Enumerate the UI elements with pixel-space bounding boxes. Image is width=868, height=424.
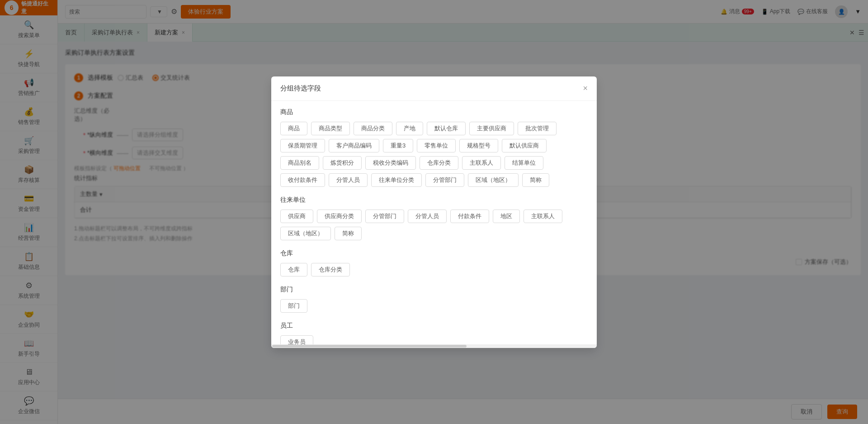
field-group-title-1: 往来单位 xyxy=(280,196,588,204)
field-tag-0-11[interactable]: 规格型号 xyxy=(459,139,498,152)
field-tag-0-0[interactable]: 商品 xyxy=(280,122,307,135)
field-tag-0-17[interactable]: 主联系人 xyxy=(462,156,501,170)
field-tag-1-1[interactable]: 供应商分类 xyxy=(317,210,362,223)
field-tag-2-0[interactable]: 仓库 xyxy=(280,263,307,276)
modal-horizontal-scrollbar[interactable] xyxy=(271,344,597,348)
field-group-3: 部门部门 xyxy=(280,286,588,313)
field-tag-4-0[interactable]: 业务员 xyxy=(280,335,313,344)
field-tag-0-7[interactable]: 保质期管理 xyxy=(280,139,325,152)
field-tag-0-19[interactable]: 收付款条件 xyxy=(280,173,325,187)
field-tag-1-5[interactable]: 地区 xyxy=(493,210,520,223)
field-tag-0-20[interactable]: 分管人员 xyxy=(329,173,368,187)
field-group-1: 往来单位供应商供应商分类分管部门分管人员付款条件地区主联系人区域（地区）简称 xyxy=(280,196,588,240)
field-tag-1-4[interactable]: 付款条件 xyxy=(450,210,489,223)
field-tag-1-2[interactable]: 分管部门 xyxy=(365,210,404,223)
field-tag-0-24[interactable]: 简称 xyxy=(522,173,549,187)
field-group-4: 员工业务员 xyxy=(280,322,588,344)
modal-title: 分组待选字段 xyxy=(280,84,321,93)
field-tag-3-0[interactable]: 部门 xyxy=(280,299,307,313)
field-group-title-0: 商品 xyxy=(280,108,588,116)
field-tag-0-18[interactable]: 结算单位 xyxy=(505,156,543,170)
field-tag-0-12[interactable]: 默认供应商 xyxy=(502,139,547,152)
modal-overlay: 分组待选字段 × 商品商品商品类型商品分类产地默认仓库主要供应商批次管理保质期管… xyxy=(0,0,868,424)
field-tag-2-1[interactable]: 仓库分类 xyxy=(311,263,350,276)
field-tag-0-3[interactable]: 产地 xyxy=(396,122,423,135)
modal-header: 分组待选字段 × xyxy=(271,76,597,101)
field-tag-1-3[interactable]: 分管人员 xyxy=(408,210,447,223)
field-tag-0-21[interactable]: 往来单位分类 xyxy=(371,173,422,187)
field-group-2: 仓库仓库仓库分类 xyxy=(280,249,588,276)
field-tag-0-4[interactable]: 默认仓库 xyxy=(427,122,466,135)
field-group-0: 商品商品商品类型商品分类产地默认仓库主要供应商批次管理保质期管理客户商品编码重量… xyxy=(280,108,588,187)
field-group-title-3: 部门 xyxy=(280,286,588,294)
field-tag-0-2[interactable]: 商品分类 xyxy=(354,122,392,135)
field-tag-0-23[interactable]: 区域（地区） xyxy=(468,173,519,187)
modal: 分组待选字段 × 商品商品商品类型商品分类产地默认仓库主要供应商批次管理保质期管… xyxy=(271,76,597,348)
field-tags-4: 业务员 xyxy=(280,335,588,344)
field-tags-2: 仓库仓库分类 xyxy=(280,263,588,276)
field-tag-0-9[interactable]: 重量3 xyxy=(383,139,413,152)
field-group-title-4: 员工 xyxy=(280,322,588,330)
modal-close-button[interactable]: × xyxy=(583,84,588,93)
field-tag-0-14[interactable]: 炼货积分 xyxy=(323,156,362,170)
field-tag-0-10[interactable]: 零售单位 xyxy=(417,139,456,152)
field-tag-0-13[interactable]: 商品别名 xyxy=(280,156,319,170)
field-tag-1-6[interactable]: 主联系人 xyxy=(524,210,562,223)
field-tags-3: 部门 xyxy=(280,299,588,313)
field-tags-0: 商品商品类型商品分类产地默认仓库主要供应商批次管理保质期管理客户商品编码重量3零… xyxy=(280,122,588,187)
field-tag-0-16[interactable]: 仓库分类 xyxy=(420,156,458,170)
field-tags-1: 供应商供应商分类分管部门分管人员付款条件地区主联系人区域（地区）简称 xyxy=(280,210,588,240)
field-tag-1-8[interactable]: 简称 xyxy=(335,227,362,240)
field-group-title-2: 仓库 xyxy=(280,249,588,257)
field-tag-0-8[interactable]: 客户商品编码 xyxy=(329,139,379,152)
field-tag-0-6[interactable]: 批次管理 xyxy=(518,122,557,135)
field-tag-1-7[interactable]: 区域（地区） xyxy=(280,227,331,240)
field-tag-0-15[interactable]: 税收分类编码 xyxy=(365,156,416,170)
field-tag-1-0[interactable]: 供应商 xyxy=(280,210,313,223)
field-tag-0-5[interactable]: 主要供应商 xyxy=(469,122,514,135)
modal-body: 商品商品商品类型商品分类产地默认仓库主要供应商批次管理保质期管理客户商品编码重量… xyxy=(271,101,597,344)
field-tag-0-1[interactable]: 商品类型 xyxy=(311,122,350,135)
field-tag-0-22[interactable]: 分管部门 xyxy=(425,173,464,187)
modal-hscroll-thumb xyxy=(272,345,467,348)
